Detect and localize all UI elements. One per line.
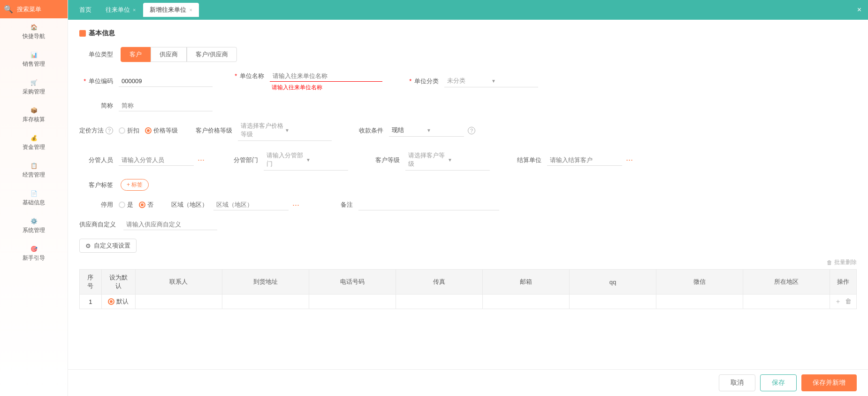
- gear-icon: ⚙: [85, 242, 91, 249]
- customer-price-select[interactable]: 请选择客户价格等级 ▼: [238, 120, 332, 141]
- disabled-no[interactable]: 否: [139, 201, 153, 209]
- fax-input[interactable]: [401, 298, 478, 305]
- pricing-level[interactable]: 价格等级: [145, 126, 178, 135]
- sidebar-item-inventory[interactable]: 📦 库存核算: [0, 101, 68, 129]
- customer-price-label: 客户价格等级: [196, 126, 236, 135]
- unit-type-row: 单位类型 客户 供应商 客户/供应商: [79, 47, 857, 62]
- sidebar-item-system[interactable]: ⚙️ 系统管理: [0, 212, 68, 240]
- region-input[interactable]: [213, 199, 289, 210]
- close-all-tabs[interactable]: ×: [855, 4, 863, 16]
- add-row-icon[interactable]: ＋: [835, 297, 841, 306]
- manager-input[interactable]: [119, 155, 194, 166]
- sidebar-item-quick-nav[interactable]: 🏠 快捷导航: [0, 18, 68, 46]
- sidebar-item-guide[interactable]: 🎯 新手引导: [0, 240, 68, 268]
- email-input[interactable]: [487, 298, 564, 305]
- dept-arrow: ▼: [306, 157, 345, 163]
- address-input[interactable]: [227, 298, 304, 305]
- tab-new-partner-close[interactable]: ×: [189, 7, 192, 13]
- short-name-input[interactable]: [119, 100, 213, 111]
- add-tag-btn[interactable]: + 标签: [121, 179, 149, 191]
- unit-code-input[interactable]: [119, 76, 213, 87]
- col-qq: qq: [569, 270, 656, 295]
- category-dropdown-icon: ▼: [491, 78, 535, 84]
- col-contact: 联系人: [135, 270, 222, 295]
- phone-input[interactable]: [314, 298, 391, 305]
- unit-type-label: 单位类型: [79, 50, 117, 59]
- unit-type-supplier[interactable]: 供应商: [151, 47, 187, 62]
- row-fax: [396, 295, 482, 309]
- pricing-label: 定价方法 ?: [79, 126, 117, 135]
- batch-delete-area[interactable]: 🗑 批量删除: [79, 258, 857, 266]
- region-more-btn[interactable]: ···: [290, 200, 301, 210]
- manager-label: 分管人员: [79, 156, 117, 164]
- pricing-discount[interactable]: 折扣: [119, 126, 139, 135]
- cancel-button[interactable]: 取消: [719, 374, 755, 391]
- supplier-custom-input[interactable]: [123, 219, 217, 230]
- region-col: 区域（地区） ···: [171, 199, 301, 210]
- tab-partners[interactable]: 往来单位 ×: [99, 3, 142, 17]
- payment-terms-col: 收款条件 现结 ▼ ?: [350, 124, 475, 137]
- area-input[interactable]: [748, 298, 825, 305]
- guide-icon: 🎯: [30, 246, 38, 252]
- settlement-input[interactable]: [547, 155, 622, 166]
- save-button[interactable]: 保存: [760, 374, 797, 391]
- wechat-input[interactable]: [661, 298, 738, 305]
- search-menu-item[interactable]: 🔍 搜索菜单: [0, 0, 68, 18]
- batch-delete-label: 批量删除: [834, 258, 857, 266]
- unit-type-customer[interactable]: 客户: [121, 47, 151, 62]
- section-title: 基本信息: [79, 29, 857, 38]
- col-wechat: 微信: [656, 270, 743, 295]
- qq-input[interactable]: [574, 298, 651, 305]
- search-menu-label: 搜索菜单: [17, 5, 41, 14]
- remark-input[interactable]: [358, 199, 499, 210]
- unit-category-label: * 单位分类: [405, 77, 442, 85]
- main-area: 首页 往来单位 × 新增往来单位 × × 基本信息 单位类型 客户 供应商: [68, 0, 868, 396]
- customer-level-select[interactable]: 请选择客户等级 ▼: [405, 149, 490, 171]
- delete-row-icon[interactable]: 🗑: [845, 297, 852, 306]
- tab-partners-label: 往来单位: [106, 6, 130, 14]
- manager-more-btn[interactable]: ···: [196, 155, 206, 165]
- add-tag-label: + 标签: [127, 181, 143, 189]
- col-email: 邮箱: [482, 270, 569, 295]
- save-new-button[interactable]: 保存并新增: [801, 374, 857, 391]
- search-icon: 🔍: [4, 5, 13, 14]
- col-no: 序号: [80, 270, 102, 295]
- tab-new-partner[interactable]: 新增往来单位 ×: [143, 3, 198, 17]
- sidebar-item-purchase[interactable]: 🛒 采购管理: [0, 74, 68, 101]
- row-default-radio[interactable]: 默认: [108, 297, 129, 306]
- short-name-col: 简称: [79, 100, 213, 111]
- supplier-custom-row: 供应商自定义: [79, 219, 857, 230]
- sidebar-item-basic[interactable]: 📄 基础信息: [0, 185, 68, 212]
- discount-radio: [119, 127, 125, 134]
- unit-type-both[interactable]: 客户/供应商: [187, 47, 237, 62]
- tab-partners-close[interactable]: ×: [133, 7, 136, 13]
- sidebar-item-sales[interactable]: 📊 销售管理: [0, 46, 68, 74]
- row-no: 1: [80, 295, 102, 309]
- disabled-yes[interactable]: 是: [119, 201, 133, 209]
- custom-settings-btn[interactable]: ⚙ 自定义项设置: [79, 239, 137, 253]
- settlement-more-btn[interactable]: ···: [624, 155, 635, 165]
- unit-category-col: * 单位分类 未分类 ▼: [405, 75, 538, 87]
- customer-level-label: 客户等级: [366, 156, 404, 164]
- department-select[interactable]: 请输入分管部门 ▼: [264, 149, 348, 171]
- payment-help-icon[interactable]: ?: [468, 127, 475, 134]
- unit-category-select[interactable]: 未分类 ▼: [444, 75, 538, 87]
- pricing-method-col: 定价方法 ? 折扣 价格等级: [79, 126, 178, 135]
- manager-col: 分管人员 ···: [79, 155, 206, 166]
- disabled-col: 停用 是 否: [79, 201, 153, 209]
- customer-level-col: 客户等级 请选择客户等级 ▼: [366, 149, 490, 171]
- unit-name-input[interactable]: [270, 70, 382, 82]
- table-row: 1 默认: [80, 295, 857, 309]
- section-title-text: 基本信息: [89, 29, 115, 38]
- settlement-col: 结算单位 ···: [508, 155, 635, 166]
- pricing-help-icon[interactable]: ?: [106, 127, 113, 134]
- tab-home-label: 首页: [79, 6, 91, 14]
- row-qq: [569, 295, 656, 309]
- payment-terms-select[interactable]: 现结 ▼: [389, 124, 464, 137]
- contact-input[interactable]: [140, 298, 217, 305]
- tab-home[interactable]: 首页: [73, 3, 98, 17]
- level-radio: [145, 127, 152, 134]
- sidebar-item-operations[interactable]: 📋 经营管理: [0, 157, 68, 185]
- manager-row: 分管人员 ··· 分管部门 请输入分管部门 ▼ 客户等级 请选择客户等级 ▼: [79, 149, 857, 171]
- sidebar-item-finance[interactable]: 💰 资金管理: [0, 129, 68, 157]
